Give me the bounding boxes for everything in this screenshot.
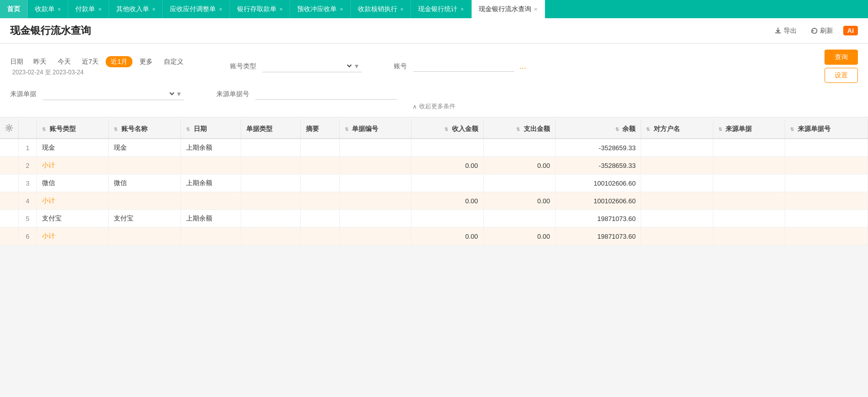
date-opt-more[interactable]: 更多 <box>135 56 157 67</box>
close-bank-deposit-icon[interactable]: × <box>280 6 283 12</box>
close-receipt-icon[interactable]: × <box>58 6 61 12</box>
th-doc-no[interactable]: ⇅ 单据编号 <box>339 119 411 139</box>
close-ar-ap-adjust-icon[interactable]: × <box>219 6 222 12</box>
svg-point-0 <box>8 127 11 129</box>
th-source-doc[interactable]: ⇅ 来源单据 <box>713 119 785 139</box>
filter-row-2: 来源单据 ▼ 来源单据号 <box>10 88 858 100</box>
nav-payment-label: 付款单 <box>75 5 95 14</box>
date-opt-7days[interactable]: 近7天 <box>78 56 103 67</box>
settings-button[interactable]: 设置 <box>825 68 858 83</box>
close-prepay-offset-icon[interactable]: × <box>340 6 343 12</box>
nav-other-income[interactable]: 其他收入单 × <box>109 0 163 18</box>
export-button[interactable]: 导出 <box>770 24 801 37</box>
cell-doc-no <box>339 139 411 157</box>
account-dots-button[interactable]: ... <box>517 62 528 71</box>
th-account-name[interactable]: ⇅ 账号名称 <box>109 119 180 139</box>
cell-counterparty <box>641 157 713 174</box>
cell-balance: 19871073.60 <box>556 228 641 245</box>
account-type-label: 账号类型 <box>230 62 256 71</box>
cell-income <box>412 174 483 192</box>
sort-counterparty-icon: ⇅ <box>646 127 650 132</box>
nav-home[interactable]: 首页 <box>0 0 28 18</box>
table-row: 5支付宝支付宝上期余额19871073.60 <box>0 210 868 228</box>
cell-expense: 0.00 <box>483 192 555 210</box>
th-source-doc-no[interactable]: ⇅ 来源单据号 <box>785 119 868 139</box>
cell-account-name: 现金 <box>109 139 180 157</box>
cell-source-doc-no <box>785 228 868 245</box>
cell-source-doc <box>713 192 785 210</box>
th-summary: 摘要 <box>301 119 339 139</box>
cell-source-doc <box>713 228 785 245</box>
cell-doc-no <box>339 157 411 174</box>
refresh-icon <box>811 27 818 34</box>
nav-ar-ap-adjust[interactable]: 应收应付调整单 × <box>163 0 230 18</box>
refresh-label: 刷新 <box>820 26 833 35</box>
th-balance[interactable]: ⇅ 余额 <box>556 119 641 139</box>
source-doc-no-input[interactable] <box>255 89 397 100</box>
cell-summary <box>301 210 339 228</box>
row-gear-cell <box>0 139 19 157</box>
th-rownum <box>19 119 37 139</box>
nav-prepay-offset[interactable]: 预收冲应收单 × <box>290 0 350 18</box>
th-account-type[interactable]: ⇅ 账号类型 <box>37 119 109 139</box>
cell-date <box>180 228 241 245</box>
source-doc-select[interactable] <box>42 88 176 100</box>
table-row: 3微信微信上期余额100102606.60 <box>0 174 868 192</box>
close-payment-icon[interactable]: × <box>98 6 101 12</box>
gear-column-header[interactable] <box>0 119 19 139</box>
date-filter-top: 日期 昨天 今天 近7天 近1月 更多 自定义 <box>10 56 188 67</box>
cell-account-name <box>109 192 180 210</box>
cell-income <box>412 139 483 157</box>
sort-doc-no-icon: ⇅ <box>345 127 349 132</box>
collapse-chevron-icon: ∧ <box>413 103 417 110</box>
th-counterparty[interactable]: ⇅ 对方户名 <box>641 119 713 139</box>
refresh-button[interactable]: 刷新 <box>807 24 837 37</box>
row-number: 3 <box>19 174 37 192</box>
page-title: 现金银行流水查询 <box>10 24 91 37</box>
nav-cash-bank-stats[interactable]: 现金银行统计 × <box>411 0 471 18</box>
collapse-bar[interactable]: ∧ 收起更多条件 <box>10 102 858 111</box>
query-button[interactable]: 查询 <box>825 50 858 65</box>
close-cash-bank-flow-icon[interactable]: × <box>534 6 537 12</box>
cell-doc-no <box>339 174 411 192</box>
row-gear-cell <box>0 210 19 228</box>
nav-receipt-verify[interactable]: 收款核销执行 × <box>351 0 411 18</box>
close-receipt-verify-icon[interactable]: × <box>400 6 403 12</box>
filter-row-1: 日期 昨天 今天 近7天 近1月 更多 自定义 2023-02-24 至 202… <box>10 50 858 83</box>
date-opt-1month[interactable]: 近1月 <box>106 56 132 67</box>
ai-button[interactable]: Ai <box>843 26 858 35</box>
cell-source-doc <box>713 139 785 157</box>
close-other-income-icon[interactable]: × <box>152 6 155 12</box>
export-icon <box>774 27 782 34</box>
account-input[interactable] <box>413 61 514 72</box>
date-opt-custom[interactable]: 自定义 <box>160 56 188 67</box>
nav-bank-deposit[interactable]: 银行存取款单 × <box>230 0 290 18</box>
cell-expense <box>483 174 555 192</box>
cell-expense <box>483 139 555 157</box>
nav-receipt[interactable]: 收款单 × <box>28 0 68 18</box>
cell-summary <box>301 139 339 157</box>
table-header-row: ⇅ 账号类型 ⇅ 账号名称 ⇅ 日期 单据类型 摘要 ⇅ <box>0 119 868 139</box>
th-expense[interactable]: ⇅ 支出金额 <box>483 119 555 139</box>
th-date[interactable]: ⇅ 日期 <box>180 119 241 139</box>
cell-account-name <box>109 157 180 174</box>
cell-account-type: 小计 <box>37 228 109 245</box>
th-income[interactable]: ⇅ 收入金额 <box>412 119 483 139</box>
date-label: 日期 <box>10 57 23 66</box>
export-label: 导出 <box>784 26 797 35</box>
cell-account-type: 微信 <box>37 174 109 192</box>
nav-payment[interactable]: 付款单 × <box>68 0 109 18</box>
sort-balance-icon: ⇅ <box>615 127 619 132</box>
sort-expense-icon: ⇅ <box>516 127 520 132</box>
account-group: 账号 ... <box>394 61 528 72</box>
sort-source-doc-no-icon: ⇅ <box>790 127 794 132</box>
action-buttons: 查询 设置 <box>825 50 858 83</box>
account-type-select[interactable]: 现金 微信 支付宝 <box>262 60 353 72</box>
close-cash-bank-stats-icon[interactable]: × <box>461 6 464 12</box>
date-opt-yesterday[interactable]: 昨天 <box>29 56 51 67</box>
date-opt-today[interactable]: 今天 <box>54 56 75 67</box>
nav-ar-ap-adjust-label: 应收应付调整单 <box>170 5 216 14</box>
cell-account-name <box>109 228 180 245</box>
cell-source-doc <box>713 157 785 174</box>
nav-cash-bank-flow[interactable]: 现金银行流水查询 × <box>472 0 545 18</box>
